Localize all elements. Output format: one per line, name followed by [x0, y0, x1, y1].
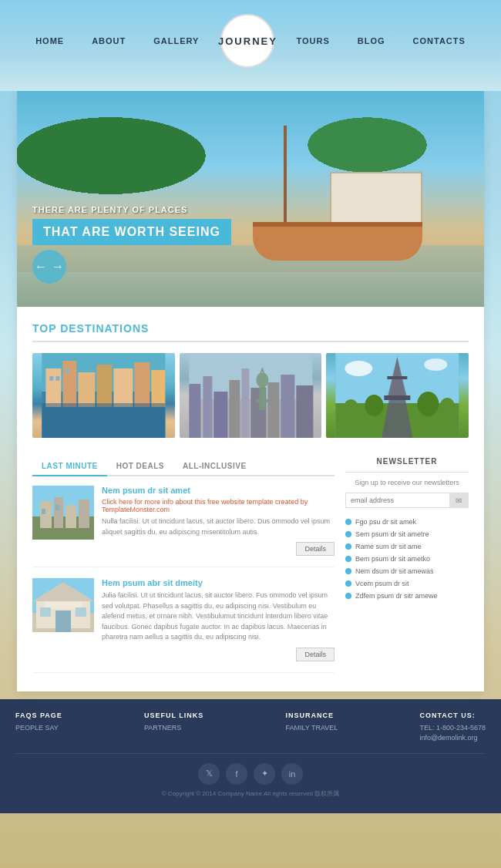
svg-rect-8: [151, 370, 165, 407]
destination-newyork[interactable]: [180, 353, 322, 438]
details-btn-1[interactable]: Details: [296, 542, 335, 556]
tour-title-1: Nem psum dr sit amet: [102, 486, 335, 495]
tabs-section: LAST MINUTE HOT DEALS ALL-INCLUSIVE: [17, 449, 484, 691]
svg-rect-17: [214, 392, 227, 438]
footer-col-1-title: FAQS PAGE: [15, 712, 62, 719]
tour-title-2: Hem psum abr sit dmeity: [102, 578, 335, 587]
paris-illustration: [326, 353, 469, 438]
nav-home[interactable]: HOME: [22, 30, 78, 52]
facebook-icon[interactable]: f: [226, 763, 247, 785]
tour-thumb-1: [32, 486, 94, 540]
tour-desc-2: Julia facilisi. Ut ut tincidunt lacus, s…: [102, 590, 335, 643]
destinations-section: TOP DESTINATIONS: [17, 307, 484, 449]
svg-rect-47: [42, 509, 45, 514]
newsletter-subtitle: Sign up to receive our newsletters: [345, 479, 469, 486]
newsletter-email-input[interactable]: [346, 493, 449, 507]
nav-blog[interactable]: BLOG: [344, 30, 399, 52]
hero-text: THERE ARE PLENTY OF PLACES THAT ARE WORT…: [32, 205, 231, 245]
svg-rect-22: [281, 375, 294, 438]
carousel-arrows[interactable]: ← →: [32, 250, 66, 284]
nav-gallery[interactable]: GALLERY: [140, 30, 213, 52]
tab-last-minute[interactable]: LAST MINUTE: [32, 457, 107, 476]
svg-rect-46: [79, 500, 89, 528]
nl-dot-6: [345, 580, 351, 587]
twitter-icon[interactable]: 𝕏: [198, 763, 220, 785]
tour-content-2: Hem psum abr sit dmeity Julia facilisi. …: [102, 578, 335, 661]
svg-rect-6: [113, 368, 133, 407]
svg-point-39: [344, 399, 359, 418]
footer-link-tel[interactable]: TEL: 1-800-234-5678: [419, 724, 486, 732]
destination-paris[interactable]: [326, 353, 469, 438]
nl-item-7: Zdfem psum dr sitr amewe: [345, 590, 469, 602]
svg-rect-44: [54, 497, 63, 528]
newsletter-input-wrap: ✉: [345, 493, 469, 508]
tab-hot-deals[interactable]: HOT DEALS: [107, 457, 173, 476]
nl-item-2: Sem psum dr sit ametre: [345, 528, 469, 540]
header: HOME ABOUT GALLERY JOURNEY TOURS BLOG CO…: [0, 0, 501, 91]
nav-about[interactable]: ABOUT: [78, 30, 140, 52]
boat-hull: [253, 222, 422, 261]
tabs-main: LAST MINUTE HOT DEALS ALL-INCLUSIVE: [32, 457, 335, 684]
tour-thumb-2: [32, 578, 94, 632]
svg-rect-23: [296, 385, 313, 438]
nav-tours[interactable]: TOURS: [282, 30, 343, 52]
svg-rect-54: [55, 611, 71, 632]
tab-buttons: LAST MINUTE HOT DEALS ALL-INCLUSIVE: [32, 457, 335, 476]
tour-item-2: Hem psum abr sit dmeity Julia facilisi. …: [32, 578, 335, 673]
tour-link-1: Click here for more info about this free…: [102, 498, 335, 513]
svg-point-24: [256, 372, 268, 388]
content-card: THERE ARE PLENTY OF PLACES THAT ARE WORT…: [17, 91, 484, 691]
prev-arrow[interactable]: ←: [35, 260, 47, 274]
logo[interactable]: JOURNEY: [220, 14, 274, 68]
svg-rect-25: [259, 387, 265, 410]
nl-dot-3: [345, 543, 351, 550]
hero-small-text: THERE ARE PLENTY OF PLACES: [32, 205, 231, 214]
nl-item-4: Bem psum dr sit ametko: [345, 553, 469, 565]
footer-link-family[interactable]: FAMILY TRAVEL: [285, 724, 338, 732]
next-arrow[interactable]: →: [52, 260, 64, 274]
footer-link-email[interactable]: info@demolink.org: [419, 734, 486, 742]
svg-rect-10: [55, 376, 59, 381]
svg-point-40: [440, 398, 456, 416]
details-btn-2[interactable]: Details: [296, 648, 335, 661]
footer-col-3: INSURANCE FAMILY TRAVEL: [285, 712, 338, 744]
nl-item-1: Fgo psu dr sit amek: [345, 516, 469, 528]
svg-rect-7: [134, 362, 150, 407]
destinations-title: TOP DESTINATIONS: [32, 322, 469, 342]
boat-cabin: [330, 172, 422, 226]
nl-dot-2: [345, 531, 351, 537]
nav-contacts[interactable]: CONTACTS: [399, 30, 479, 52]
svg-rect-21: [267, 382, 279, 438]
nl-item-3: Rame sum dr sit ame: [345, 540, 469, 553]
footer-link-people-say[interactable]: PEOPLE SAY: [15, 724, 62, 732]
villa-illustration: [32, 578, 94, 632]
svg-rect-45: [66, 505, 76, 528]
footer-link-partners[interactable]: PARTNERS: [144, 724, 203, 732]
newsletter-list: Fgo psu dr sit amek Sem psum dr sit amet…: [345, 516, 469, 602]
destinations-grid: [32, 353, 469, 438]
nl-item-6: Vcem psum dr sit: [345, 577, 469, 590]
nl-dot-7: [345, 593, 351, 599]
footer-col-1: FAQS PAGE PEOPLE SAY: [15, 712, 62, 744]
footer-col-2-title: USEFUL LINKS: [144, 712, 203, 719]
svg-rect-11: [65, 368, 69, 373]
newsletter-submit-btn[interactable]: ✉: [449, 493, 468, 507]
tour-desc-1: Nulla facilisi. Ut ut tincidunt lacus, s…: [102, 516, 335, 537]
copyright: © Copyright © 2014 Company Name All righ…: [15, 789, 486, 798]
svg-rect-16: [203, 376, 212, 438]
tab-all-inclusive[interactable]: ALL-INCLUSIVE: [173, 457, 256, 476]
tour-link-text[interactable]: Click here: [102, 498, 133, 506]
castle-illustration: [32, 486, 94, 540]
svg-rect-18: [229, 380, 240, 438]
svg-rect-15: [189, 384, 200, 438]
destination-venice[interactable]: [32, 353, 175, 438]
tour-link-desc: for more info about this free website te…: [102, 498, 308, 513]
ny-illustration: [180, 353, 322, 438]
svg-rect-56: [76, 607, 86, 617]
svg-rect-55: [40, 607, 51, 617]
linkedin-icon[interactable]: in: [281, 763, 303, 785]
footer-col-4-title: CONTACT US:: [419, 712, 486, 719]
star-icon[interactable]: ✦: [254, 763, 275, 785]
svg-rect-34: [388, 376, 408, 379]
footer-col-2: USEFUL LINKS PARTNERS: [144, 712, 203, 744]
